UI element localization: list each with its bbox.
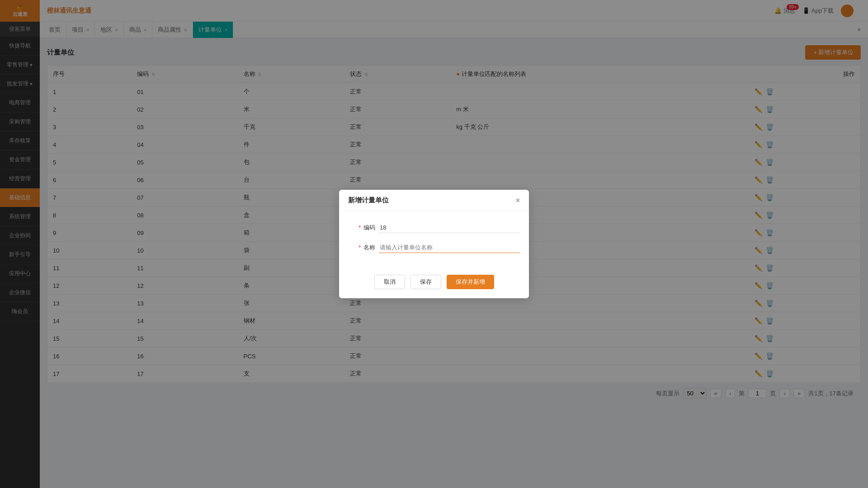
form-name-input[interactable] bbox=[379, 242, 520, 253]
form-name-label: * 名称 bbox=[348, 244, 375, 252]
add-unit-modal: 新增计量单位 × * 编码 * 名称 取消 保存 保存并新增 bbox=[339, 190, 529, 298]
modal-save-btn[interactable]: 保存 bbox=[410, 275, 441, 289]
form-code-input[interactable] bbox=[379, 222, 520, 233]
modal-overlay: 新增计量单位 × * 编码 * 名称 取消 保存 保存并新增 bbox=[0, 0, 868, 488]
required-mark: * bbox=[359, 224, 361, 231]
form-code-label: * 编码 bbox=[348, 224, 375, 232]
modal-close-btn[interactable]: × bbox=[516, 197, 520, 205]
form-row-code: * 编码 bbox=[348, 222, 520, 233]
modal-save-new-btn[interactable]: 保存并新增 bbox=[447, 275, 494, 289]
modal-header: 新增计量单位 × bbox=[339, 190, 529, 211]
modal-cancel-btn[interactable]: 取消 bbox=[374, 275, 405, 289]
required-mark-name: * bbox=[359, 244, 361, 251]
modal-body: * 编码 * 名称 bbox=[339, 211, 529, 269]
form-row-name: * 名称 bbox=[348, 242, 520, 253]
modal-title: 新增计量单位 bbox=[348, 196, 389, 205]
modal-footer: 取消 保存 保存并新增 bbox=[339, 269, 529, 298]
